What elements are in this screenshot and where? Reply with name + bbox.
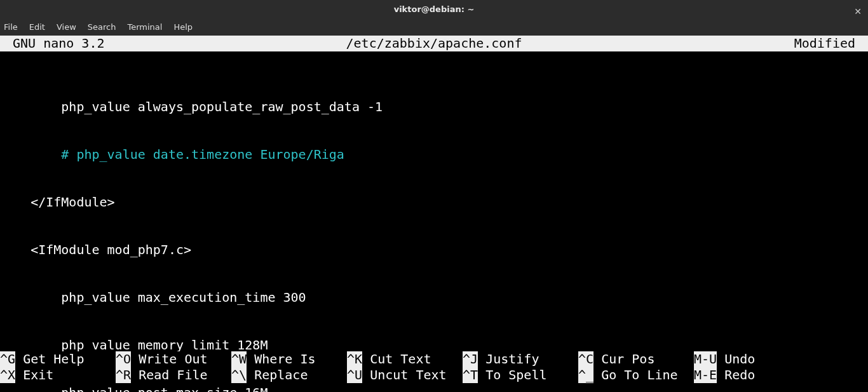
- nano-modified: Modified: [794, 36, 855, 51]
- shortcut-key: ^\: [231, 367, 247, 383]
- shortcut-undo: M-U Undo: [694, 351, 810, 367]
- shortcut-label: Exit: [15, 367, 53, 383]
- shortcut-key: M-E: [694, 367, 717, 383]
- shortcut-cut-text: ^K Cut Text: [347, 351, 463, 367]
- shortcut-exit: ^X Exit: [0, 367, 116, 383]
- shortcut-cur-pos: ^C Cur Pos: [578, 351, 694, 367]
- editor-line: php_value max_execution_time 300: [0, 290, 868, 306]
- shortcut-label: Undo: [717, 351, 755, 367]
- shortcut-label: Cur Pos: [593, 351, 654, 367]
- menu-terminal[interactable]: Terminal: [127, 19, 162, 35]
- shortcut-key: ^T: [463, 367, 478, 383]
- shortcut-key: ^G: [0, 351, 15, 367]
- menu-view[interactable]: View: [57, 19, 76, 35]
- shortcut-where-is: ^W Where Is: [231, 351, 347, 367]
- shortcut-go-to-line: ^_ Go To Line: [578, 367, 694, 383]
- nano-header: GNU nano 3.2 /etc/zabbix/apache.conf Mod…: [0, 36, 868, 51]
- shortcut-key: ^W: [231, 351, 247, 367]
- shortcut-to-spell: ^T To Spell: [463, 367, 578, 383]
- shortcut-redo: M-E Redo: [694, 367, 810, 383]
- editor-line: php_value always_populate_raw_post_data …: [0, 99, 868, 115]
- shortcut-label: Get Help: [15, 351, 84, 367]
- shortcut-key: ^O: [116, 351, 131, 367]
- shortcut-key: ^K: [347, 351, 362, 367]
- close-icon[interactable]: ✕: [854, 4, 862, 20]
- shortcut-read-file: ^R Read File: [116, 367, 231, 383]
- nano-filename: /etc/zabbix/apache.conf: [346, 36, 522, 51]
- editor-content[interactable]: php_value always_populate_raw_post_data …: [0, 51, 868, 392]
- shortcut-key: ^C: [578, 351, 593, 367]
- editor-line: </IfModule>: [0, 194, 868, 210]
- editor-line: <IfModule mod_php7.c>: [0, 242, 868, 258]
- menu-help[interactable]: Help: [173, 19, 193, 35]
- menu-search[interactable]: Search: [88, 19, 116, 35]
- shortcut-row: ^X Exit ^R Read File ^\ Replace ^U Uncut…: [0, 367, 868, 383]
- window-title: viktor@debian: ~: [394, 1, 475, 17]
- menu-file[interactable]: File: [4, 19, 18, 35]
- shortcut-label: Replace: [247, 367, 308, 383]
- shortcut-label: Write Out: [131, 351, 207, 367]
- menu-edit[interactable]: Edit: [29, 19, 45, 35]
- shortcut-key: ^J: [463, 351, 478, 367]
- shortcut-key: ^U: [347, 367, 362, 383]
- shortcut-get-help: ^G Get Help: [0, 351, 116, 367]
- shortcut-row: ^G Get Help ^O Write Out ^W Where Is ^K …: [0, 351, 868, 367]
- shortcut-label: Read File: [131, 367, 207, 383]
- nano-shortcuts: ^G Get Help ^O Write Out ^W Where Is ^K …: [0, 351, 868, 383]
- shortcut-replace: ^\ Replace: [231, 367, 347, 383]
- editor-line: # php_value date.timezone Europe/Riga: [0, 147, 868, 163]
- comment-text: # php_value date.timezone Europe/Riga: [0, 147, 344, 162]
- menubar: File Edit View Search Terminal Help: [0, 18, 868, 36]
- shortcut-label: Redo: [717, 367, 755, 383]
- shortcut-label: Justify: [478, 351, 539, 367]
- shortcut-write-out: ^O Write Out: [116, 351, 231, 367]
- shortcut-label: Go To Line: [593, 367, 677, 383]
- shortcut-label: Uncut Text: [362, 367, 446, 383]
- editor-line: php_value post_max_size 16M: [0, 385, 868, 392]
- shortcut-key: ^_: [578, 367, 593, 383]
- shortcut-uncut-text: ^U Uncut Text: [347, 367, 463, 383]
- shortcut-key: ^R: [116, 367, 131, 383]
- shortcut-justify: ^J Justify: [463, 351, 578, 367]
- shortcut-label: Cut Text: [362, 351, 431, 367]
- shortcut-key: ^X: [0, 367, 15, 383]
- shortcut-label: To Spell: [478, 367, 546, 383]
- shortcut-label: Where Is: [247, 351, 315, 367]
- nano-version: GNU nano 3.2: [13, 36, 105, 51]
- window-titlebar: viktor@debian: ~ ✕: [0, 0, 868, 18]
- shortcut-key: M-U: [694, 351, 717, 367]
